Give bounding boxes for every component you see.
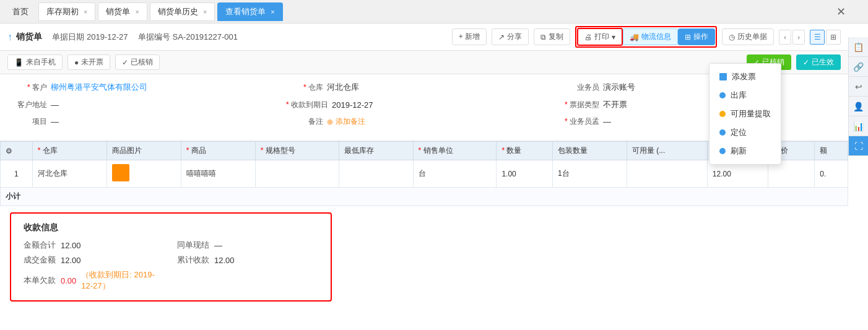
tab-view-sales[interactable]: 查看销货单 ×: [217, 2, 282, 21]
payment-title: 收款信息: [24, 222, 318, 233]
tab-sales-history[interactable]: 销货单历史 ×: [150, 2, 215, 21]
row-spec: [255, 160, 339, 188]
locate-label: 定位: [731, 127, 747, 138]
row-amount: 0.: [815, 160, 848, 188]
not-open-button[interactable]: ● 未开票: [67, 54, 110, 70]
salesperson-value: —: [603, 117, 677, 126]
sidebar-icon-4[interactable]: 👤: [849, 97, 869, 116]
menu-item-refresh[interactable]: 刷新: [710, 142, 781, 160]
sidebar-icon-6[interactable]: ⛶: [849, 136, 869, 156]
ops-icon: ⊞: [685, 33, 691, 41]
print-ops-highlight: 🖨 打印 ▾ 🚚 物流信息 ⊞ 操作: [575, 26, 717, 48]
history-button[interactable]: ◷ 历史单据: [722, 28, 774, 45]
customer-field: 客户 柳州粤港平安气体有限公司: [10, 82, 286, 93]
product-image: [112, 164, 129, 181]
print-icon: 🖨: [584, 33, 592, 41]
due-note: （收款到期日: 2019-12-27）: [81, 269, 165, 292]
warehouse-field: 仓库 河北仓库: [286, 82, 562, 93]
copy-icon: ⧉: [540, 33, 546, 41]
prev-button[interactable]: ‹: [779, 30, 791, 45]
col-spec: 规格型号: [255, 142, 339, 160]
cumulative-value: 12.00: [214, 256, 235, 265]
new-button[interactable]: + 新增: [452, 28, 487, 45]
deal-amount-label: 成交金额: [24, 254, 56, 266]
payment-due-value: 2019-12-27: [332, 100, 406, 110]
print-button[interactable]: 🖨 打印 ▾: [577, 28, 623, 46]
staff-value: 演示账号: [603, 82, 677, 93]
tab-inventory-close[interactable]: ×: [84, 8, 87, 15]
add-invoice-icon: [719, 73, 727, 80]
warehouse-value: 河北仓库: [327, 82, 401, 93]
locate-icon: [719, 129, 726, 136]
sidebar-icon-1[interactable]: 📋: [849, 37, 869, 57]
window-close-button[interactable]: ✕: [836, 5, 846, 19]
effective-button[interactable]: ✓ 已生效: [796, 54, 841, 70]
sidebar-icon-5[interactable]: 📊: [849, 116, 869, 136]
address-label: 客户地址: [10, 100, 47, 110]
list-view-button[interactable]: ☰: [810, 30, 825, 45]
sidebar-icon-3[interactable]: ↩: [849, 77, 869, 97]
menu-item-add-invoice[interactable]: 添发票: [710, 67, 781, 86]
cumulative-row: 累计收款 12.00: [177, 254, 318, 266]
col-warehouse: 仓库: [32, 142, 106, 160]
col-available: 可用量 (...: [627, 142, 707, 160]
tab-inventory-init[interactable]: 库存期初 ×: [38, 2, 95, 21]
done-button[interactable]: ✓ 已核销: [115, 54, 160, 70]
project-field: 项目 —: [10, 116, 286, 127]
customer-value[interactable]: 柳州粤港平安气体有限公司: [51, 82, 147, 93]
tab-sales-label: 销货单: [106, 6, 130, 17]
share-button[interactable]: ↗ 分享: [492, 28, 529, 45]
out-warehouse-icon: [719, 92, 726, 98]
history-icon: ◷: [729, 33, 735, 41]
logistics-icon: 🚚: [630, 33, 639, 41]
col-gear[interactable]: ⚙: [1, 142, 33, 160]
cumulative-label: 累计收款: [177, 254, 209, 266]
row-product-img: [106, 160, 181, 188]
doc-type-label: 销货单: [16, 32, 42, 43]
add-note-button[interactable]: ⊕ 添加备注: [327, 116, 365, 127]
payment-due-field: 收款到期日 2019-12-27: [286, 100, 562, 110]
address-field: 客户地址 —: [10, 100, 286, 110]
deal-amount-row: 成交金额 12.00: [24, 254, 165, 266]
payment-info: 收款信息 金额合计 12.00 同单现结 — 成交金额 12.00 累计收款 1…: [10, 212, 332, 302]
tab-inventory-label: 库存期初: [46, 6, 79, 17]
copy-button[interactable]: ⧉ 复制: [534, 28, 570, 45]
customer-label: 客户: [10, 82, 47, 93]
nav-arrows: ‹ ›: [779, 30, 805, 45]
menu-item-out-warehouse[interactable]: 出库: [710, 86, 781, 105]
grid-view-button[interactable]: ⊞: [826, 30, 841, 45]
warehouse-label: 仓库: [286, 82, 323, 93]
sidebar-icon-2[interactable]: 🔗: [849, 57, 869, 77]
doc-actions: + 新增 ↗ 分享 ⧉ 复制 🖨 打印 ▾ 🚚: [452, 26, 841, 48]
tab-sales-close[interactable]: ×: [135, 8, 139, 15]
tab-home[interactable]: 首页: [5, 2, 36, 21]
from-phone-button[interactable]: 📱 来自手机: [7, 54, 63, 70]
tab-sales-order[interactable]: 销货单 ×: [98, 2, 147, 21]
row-product: 嘻嘻嘻嘻: [181, 160, 255, 188]
menu-item-available-qty[interactable]: 可用量提取: [710, 105, 781, 123]
tab-history-label: 销货单历史: [158, 6, 198, 17]
tab-view-close[interactable]: ×: [271, 8, 274, 15]
col-pack-qty: 包装数量: [552, 142, 627, 160]
same-order-value: —: [214, 241, 222, 250]
tab-home-label: 首页: [12, 6, 28, 17]
next-button[interactable]: ›: [792, 30, 805, 45]
menu-item-locate[interactable]: 定位: [710, 123, 781, 142]
note-field: 备注 ⊕ 添加备注: [286, 116, 562, 127]
operations-button[interactable]: ⊞ 操作: [678, 28, 715, 45]
project-label: 项目: [10, 116, 47, 127]
payment-grid: 金额合计 12.00 同单现结 — 成交金额 12.00 累计收款 12.00 …: [24, 240, 318, 292]
add-invoice-label: 添发票: [732, 71, 756, 82]
date-label: 单据日期: [52, 32, 84, 43]
tab-history-close[interactable]: ×: [203, 8, 207, 15]
logistics-button[interactable]: 🚚 物流信息: [623, 28, 678, 45]
date-value: 2019-12-27: [87, 32, 128, 41]
add-note-icon: ⊕: [327, 118, 333, 126]
number-label: 单据编号: [138, 32, 170, 43]
row-sales-unit: 台: [413, 160, 497, 188]
balance-row: 本单欠款 0.00 （收款到期日: 2019-12-27）: [24, 269, 165, 292]
row-pack-qty: 1台: [552, 160, 627, 188]
col-product: 商品: [181, 142, 255, 160]
tab-bar: 首页 库存期初 × 销货单 × 销货单历史 × 查看销货单 × ✕: [0, 0, 868, 24]
salesperson-field: 业务员孟 —: [562, 116, 838, 127]
